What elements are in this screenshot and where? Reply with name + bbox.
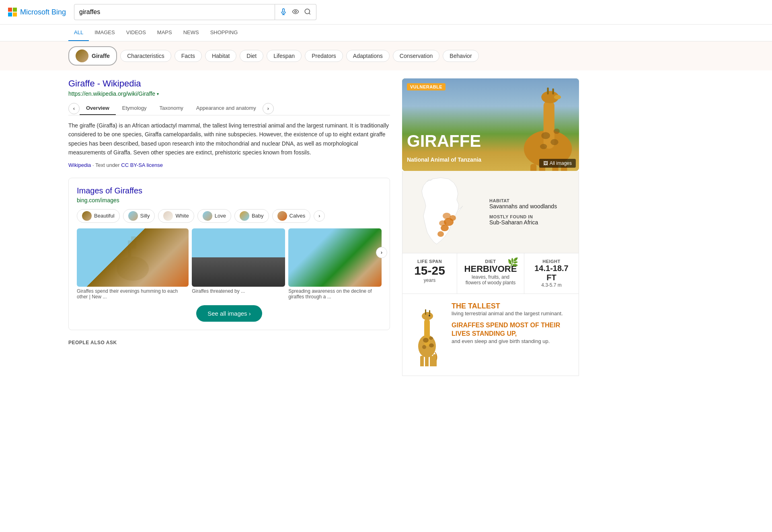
entity-pill-label-characteristics: Characteristics bbox=[127, 53, 164, 59]
entity-pill-characteristics[interactable]: Characteristics bbox=[120, 50, 171, 62]
height-cell: HEIGHT 14.1-18.7 FT 4.3-5.7 m bbox=[524, 253, 579, 294]
entity-pill-lifespan[interactable]: Lifespan bbox=[267, 50, 302, 62]
svg-point-27 bbox=[443, 213, 451, 219]
image-thumb-1[interactable] bbox=[77, 228, 189, 287]
entity-pill-conservation[interactable]: Conservation bbox=[393, 50, 440, 62]
entity-bar: Giraffe Characteristics Facts Habitat Di… bbox=[0, 41, 772, 70]
wiki-title[interactable]: Giraffe - Wikipedia bbox=[68, 78, 390, 89]
wiki-attribution-link2[interactable]: CC BY-SA license bbox=[121, 162, 163, 168]
pill-thumb-silly bbox=[128, 211, 138, 221]
search-input[interactable] bbox=[79, 8, 270, 16]
wiki-next-btn[interactable]: › bbox=[263, 103, 274, 114]
hero-giraffe-area bbox=[482, 78, 579, 171]
svg-point-39 bbox=[423, 338, 429, 343]
svg-rect-0 bbox=[283, 8, 285, 12]
logo[interactable]: Microsoft Bing bbox=[8, 8, 66, 16]
logo-icon bbox=[8, 8, 17, 16]
svg-point-34 bbox=[429, 315, 430, 316]
image-pill-beautiful[interactable]: Beautiful bbox=[77, 209, 120, 223]
entity-pill-diet[interactable]: Diet bbox=[240, 50, 263, 62]
pill-thumb-calves bbox=[277, 211, 287, 221]
pill-thumb-baby bbox=[240, 211, 249, 221]
tab-maps[interactable]: MAPS bbox=[152, 25, 178, 41]
tab-videos[interactable]: VIDEOS bbox=[121, 25, 152, 41]
wiki-subtab-overview[interactable]: Overview bbox=[80, 102, 116, 115]
tab-shopping[interactable]: SHOPPING bbox=[205, 25, 244, 41]
found-item: MOSTLY FOUND IN Sub-Saharan Africa bbox=[489, 214, 572, 226]
tab-news[interactable]: NEWS bbox=[178, 25, 205, 41]
image-pill-baby[interactable]: Baby bbox=[234, 209, 269, 223]
image-pills: Beautiful Silly White Love Baby bbox=[77, 209, 382, 223]
wiki-subtab-appearance[interactable]: Appearance and anatomy bbox=[190, 102, 263, 115]
wiki-attribution-link1[interactable]: Wikipedia bbox=[68, 162, 91, 168]
image-pill-love[interactable]: Love bbox=[197, 209, 231, 223]
entity-pill-label-facts: Facts bbox=[181, 53, 195, 59]
svg-rect-35 bbox=[420, 356, 424, 366]
wikipedia-result: Giraffe - Wikipedia https://en.wikipedia… bbox=[68, 78, 390, 168]
image-pill-label-baby: Baby bbox=[252, 213, 264, 219]
wiki-prev-btn[interactable]: ‹ bbox=[68, 103, 80, 114]
entity-pill-predators[interactable]: Predators bbox=[305, 50, 343, 62]
svg-point-28 bbox=[439, 220, 446, 226]
search-button[interactable] bbox=[304, 8, 311, 16]
image-thumb-2[interactable] bbox=[192, 228, 285, 287]
svg-point-21 bbox=[540, 144, 547, 149]
entity-pill-behavior[interactable]: Behavior bbox=[443, 50, 478, 62]
logo-text: Microsoft Bing bbox=[20, 8, 66, 16]
visual-search-icon[interactable] bbox=[292, 8, 299, 16]
image-thumb-3-wrapper: Spreading awareness on the decline of gi… bbox=[288, 228, 382, 300]
image-pill-white[interactable]: White bbox=[158, 209, 194, 223]
see-all-images-button[interactable]: See all images › bbox=[196, 305, 262, 322]
height-label: HEIGHT bbox=[531, 259, 572, 264]
svg-rect-7 bbox=[128, 240, 131, 269]
search-icons bbox=[275, 4, 316, 20]
wiki-url-dropdown[interactable]: ▾ bbox=[157, 92, 159, 96]
giraffe-standing-svg bbox=[409, 302, 441, 366]
entity-pill-habitat[interactable]: Habitat bbox=[205, 50, 236, 62]
leaf-icon: 🌿 bbox=[507, 257, 518, 268]
africa-map-container bbox=[402, 171, 483, 253]
image-pill-silly[interactable]: Silly bbox=[123, 209, 155, 223]
mic-icon[interactable] bbox=[280, 8, 287, 16]
fun-fact-standing-sub: and even sleep and give birth standing u… bbox=[452, 338, 572, 344]
height-detail: 4.3-5.7 m bbox=[531, 282, 572, 288]
svg-point-31 bbox=[422, 312, 433, 320]
wiki-attribution-mid: · Text under bbox=[92, 162, 121, 168]
pill-thumb-beautiful bbox=[82, 211, 92, 221]
image-thumb-3[interactable] bbox=[288, 228, 382, 287]
svg-point-3 bbox=[295, 10, 297, 12]
habitat-item: HABITAT Savannahs and woodlands bbox=[489, 198, 572, 210]
image-pill-calves[interactable]: Calves bbox=[272, 209, 311, 223]
fun-fact-giraffe-illustration bbox=[409, 302, 445, 368]
hero-all-images-btn[interactable]: 🖼 All images bbox=[539, 159, 576, 168]
diet-cell: DIET 🌿 HERBIVORE leaves, fruits, and flo… bbox=[457, 253, 524, 294]
svg-point-22 bbox=[554, 129, 560, 134]
image-caption-3: Spreading awareness on the decline of gi… bbox=[288, 288, 382, 300]
svg-point-4 bbox=[305, 9, 310, 14]
wiki-subtab-etymology[interactable]: Etymology bbox=[116, 102, 153, 115]
wiki-url-text[interactable]: https://en.wikipedia.org/wiki/Giraffe bbox=[68, 90, 155, 97]
svg-rect-15 bbox=[530, 164, 536, 171]
images-title[interactable]: Images of Giraffes bbox=[77, 186, 382, 195]
entity-pill-label-lifespan: Lifespan bbox=[273, 53, 295, 59]
svg-point-19 bbox=[541, 132, 550, 139]
giraffe-avatar bbox=[76, 49, 88, 62]
fun-fact-section: THE TALLEST living terrestrial animal an… bbox=[402, 294, 579, 376]
wiki-attribution: Wikipedia · Text under CC BY-SA license bbox=[68, 162, 390, 168]
image-pills-next[interactable]: › bbox=[314, 210, 325, 222]
wiki-subtabs: ‹ Overview Etymology Taxonomy Appearance… bbox=[68, 102, 390, 115]
images-subtitle[interactable]: bing.com/images bbox=[77, 197, 382, 203]
wiki-text: The giraffe (Giraffa) is an African arti… bbox=[68, 121, 390, 157]
fun-fact-standing: GIRAFFES SPEND MOST OF THEIR LIVES STAND… bbox=[452, 321, 572, 338]
tab-images[interactable]: IMAGES bbox=[89, 25, 121, 41]
svg-point-42 bbox=[429, 337, 433, 340]
wiki-subtab-taxonomy[interactable]: Taxonomy bbox=[153, 102, 190, 115]
entity-pill-giraffe[interactable]: Giraffe bbox=[68, 46, 117, 66]
diet-detail: leaves, fruits, and flowers of woody pla… bbox=[464, 274, 517, 286]
tab-all[interactable]: ALL bbox=[68, 25, 89, 41]
entity-pill-adaptations[interactable]: Adaptations bbox=[346, 50, 390, 62]
nav-tabs: ALL IMAGES VIDEOS MAPS NEWS SHOPPING bbox=[0, 25, 772, 41]
entity-pill-facts[interactable]: Facts bbox=[175, 50, 202, 62]
svg-rect-36 bbox=[425, 356, 429, 366]
image-grid-next[interactable]: › bbox=[376, 247, 387, 258]
